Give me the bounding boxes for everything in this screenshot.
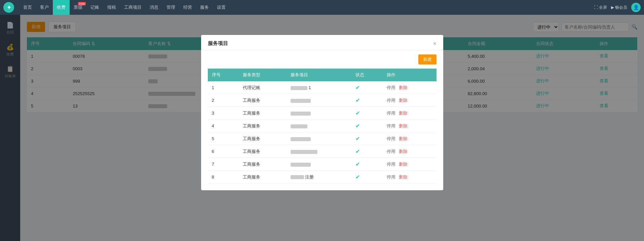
modal-cell-status: ✔ <box>351 132 383 145</box>
modal-cell-type: 工商服务 <box>239 171 286 184</box>
modal-cell-seq: 2 <box>208 94 239 107</box>
list-item: 1 代理记账 1 ✔ 停用 删除 <box>208 81 437 94</box>
stop-button[interactable]: 停用 <box>387 162 395 167</box>
avatar[interactable]: 👤 <box>631 3 641 12</box>
modal-cell-status: ✔ <box>351 107 383 120</box>
modal-cell-seq: 4 <box>208 120 239 132</box>
modal-cell-type: 工商服务 <box>239 107 286 120</box>
modal-overlay[interactable]: 服务项目 × 新建 序号 服务类型 服务项目 状态 操作 1 代理记账 <box>0 15 644 241</box>
nav-item-commerce[interactable]: 工商项目 <box>120 0 146 15</box>
nav-item-settings[interactable]: 设置 <box>213 0 230 15</box>
list-item: 8 工商服务 注册 ✔ 停用 删除 <box>208 171 437 184</box>
modal-toolbar: 新建 <box>201 50 443 69</box>
modal-cell-action: 停用 删除 <box>383 107 436 120</box>
nav-item-service[interactable]: 服务 <box>196 0 213 15</box>
fullscreen-icon: ⛶ <box>594 5 598 10</box>
modal-cell-seq: 8 <box>208 171 239 184</box>
nav-item-client[interactable]: 客户 <box>36 0 53 15</box>
modal-cell-type: 工商服务 <box>239 132 286 145</box>
modal-cell-item <box>287 158 351 171</box>
modal-cell-action: 停用 删除 <box>383 171 436 184</box>
list-item: 4 工商服务 ✔ 停用 删除 <box>208 120 437 132</box>
delete-button[interactable]: 删除 <box>399 149 408 154</box>
new-badge: new <box>78 2 86 5</box>
delete-button[interactable]: 删除 <box>399 98 408 103</box>
list-item: 2 工商服务 ✔ 停用 删除 <box>208 94 437 107</box>
modal-cell-type: 工商服务 <box>239 94 286 107</box>
modal-col-action: 操作 <box>383 69 436 81</box>
modal-cell-action: 停用 删除 <box>383 81 436 94</box>
modal-cell-seq: 1 <box>208 81 239 94</box>
service-items-table: 序号 服务类型 服务项目 状态 操作 1 代理记账 1 ✔ 停用 删除 2 工商… <box>208 69 437 184</box>
modal-cell-status: ✔ <box>351 81 383 94</box>
modal-cell-seq: 5 <box>208 132 239 145</box>
member-btn[interactable]: ▶ 畅会员 <box>611 5 627 10</box>
modal-body: 序号 服务类型 服务项目 状态 操作 1 代理记账 1 ✔ 停用 删除 2 工商… <box>201 69 443 190</box>
stop-button[interactable]: 停用 <box>387 111 395 116</box>
delete-button[interactable]: 删除 <box>399 85 408 90</box>
nav-item-tax[interactable]: 报税 <box>103 0 120 15</box>
modal-cell-item <box>287 145 351 158</box>
list-item: 3 工商服务 ✔ 停用 删除 <box>208 107 437 120</box>
modal-cell-seq: 6 <box>208 145 239 158</box>
modal-cell-item: 注册 <box>287 171 351 184</box>
nav-right: ⛶ 全屏 ▶ 畅会员 👤 <box>594 3 641 12</box>
delete-button[interactable]: 删除 <box>399 111 408 116</box>
delete-button[interactable]: 删除 <box>399 123 408 128</box>
modal-title: 服务项目 <box>208 40 228 47</box>
nav-item-fee[interactable]: 收费 <box>53 0 70 15</box>
stop-button[interactable]: 停用 <box>387 149 395 154</box>
stop-button[interactable]: 停用 <box>387 98 395 103</box>
delete-button[interactable]: 删除 <box>399 174 408 179</box>
modal-cell-status: ✔ <box>351 171 383 184</box>
list-item: 5 工商服务 ✔ 停用 删除 <box>208 132 437 145</box>
stop-button[interactable]: 停用 <box>387 136 395 141</box>
modal-col-type: 服务类型 <box>239 69 286 81</box>
nav-item-bookkeeping[interactable]: 记账 <box>86 0 103 15</box>
list-item: 6 工商服务 ✔ 停用 删除 <box>208 145 437 158</box>
modal-cell-type: 代理记账 <box>239 81 286 94</box>
modal-cell-action: 停用 删除 <box>383 132 436 145</box>
modal-cell-type: 工商服务 <box>239 158 286 171</box>
list-item: 7 工商服务 ✔ 停用 删除 <box>208 158 437 171</box>
delete-button[interactable]: 删除 <box>399 162 408 167</box>
modal-cell-item <box>287 107 351 120</box>
modal-cell-status: ✔ <box>351 120 383 132</box>
modal-cell-item: 1 <box>287 81 351 94</box>
nav-item-operation[interactable]: 经营 <box>179 0 196 15</box>
modal-new-button[interactable]: 新建 <box>418 54 437 65</box>
member-icon: ▶ <box>611 5 614 10</box>
modal-cell-action: 停用 删除 <box>383 94 436 107</box>
stop-button[interactable]: 停用 <box>387 123 395 128</box>
logo-icon: ✦ <box>3 2 14 13</box>
modal-cell-status: ✔ <box>351 94 383 107</box>
nav-item-message[interactable]: 消息 <box>146 0 162 15</box>
modal-header: 服务项目 × <box>201 35 443 50</box>
nav-item-home[interactable]: 首页 <box>19 0 36 15</box>
top-nav: ✦ 首页 客户 收费 票据 new 记账 报税 工商项目 消息 管理 经营 服务… <box>0 0 644 15</box>
delete-button[interactable]: 删除 <box>399 136 408 141</box>
modal-close-button[interactable]: × <box>433 41 436 47</box>
modal-cell-seq: 7 <box>208 158 239 171</box>
modal-cell-action: 停用 删除 <box>383 120 436 132</box>
modal-cell-item <box>287 120 351 132</box>
fullscreen-btn[interactable]: ⛶ 全屏 <box>594 5 607 10</box>
modal-cell-item <box>287 94 351 107</box>
modal-cell-item <box>287 132 351 145</box>
modal-cell-type: 工商服务 <box>239 145 286 158</box>
modal-col-status: 状态 <box>351 69 383 81</box>
nav-item-invoice[interactable]: 票据 new <box>70 0 86 15</box>
modal-cell-action: 停用 删除 <box>383 158 436 171</box>
stop-button[interactable]: 停用 <box>387 174 395 179</box>
modal-cell-status: ✔ <box>351 145 383 158</box>
modal-col-seq: 序号 <box>208 69 239 81</box>
modal-cell-type: 工商服务 <box>239 120 286 132</box>
nav-item-manage[interactable]: 管理 <box>162 0 179 15</box>
modal-cell-seq: 3 <box>208 107 239 120</box>
modal-cell-action: 停用 删除 <box>383 145 436 158</box>
stop-button[interactable]: 停用 <box>387 85 395 90</box>
modal-col-item: 服务项目 <box>287 69 351 81</box>
modal-cell-status: ✔ <box>351 158 383 171</box>
service-modal: 服务项目 × 新建 序号 服务类型 服务项目 状态 操作 1 代理记账 <box>201 35 443 190</box>
